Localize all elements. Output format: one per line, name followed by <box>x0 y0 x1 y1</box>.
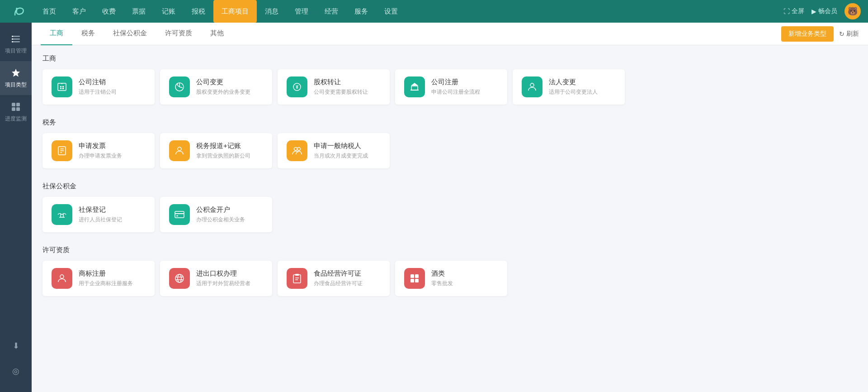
main-layout: 项目管理 项目类型 进度监测 ⬇ <box>0 23 868 392</box>
service-card-0-2[interactable]: ¥股权转让公司变更需要股权转让 <box>278 69 390 105</box>
tab-item-0[interactable]: 工商 <box>41 23 72 45</box>
service-name-2-0: 社保登记 <box>79 206 122 214</box>
new-type-button[interactable]: 新增业务类型 <box>781 26 834 42</box>
service-card-0-3[interactable]: 公司注册申请公司注册全流程 <box>395 69 507 105</box>
service-info-0-3: 公司注册申请公司注册全流程 <box>431 78 480 96</box>
service-card-1-0[interactable]: 申请发票办理申请发票业务 <box>42 133 155 168</box>
service-desc-0-0: 适用于注销公司 <box>79 88 117 96</box>
vip-label: 畅会员 <box>818 7 837 15</box>
service-icon-2-0 <box>52 204 72 225</box>
svg-rect-47 <box>410 279 414 282</box>
section-title-1: 税务 <box>42 118 857 127</box>
top-nav-item-8[interactable]: 管理 <box>287 0 316 23</box>
service-name-1-0: 申请发票 <box>79 142 122 150</box>
service-card-1-2[interactable]: 申请一般纳税人当月或次月成变更完成 <box>278 133 390 168</box>
service-card-2-1[interactable]: 公积金开户办理公积金相关业务 <box>160 197 272 232</box>
sidebar-item-project-management[interactable]: 项目管理 <box>0 27 32 61</box>
top-nav-item-3[interactable]: 票据 <box>124 0 154 23</box>
service-card-2-0[interactable]: 社保登记进行人员社保登记 <box>42 197 155 232</box>
service-info-3-3: 酒类零售批发 <box>431 269 453 287</box>
svg-point-0 <box>16 8 18 10</box>
top-nav-item-11[interactable]: 设置 <box>376 0 406 23</box>
section-title-2: 社保公积金 <box>42 182 857 191</box>
svg-rect-35 <box>176 215 178 216</box>
top-nav-item-1[interactable]: 客户 <box>64 0 94 23</box>
svg-rect-16 <box>62 88 64 89</box>
service-icon-0-3 <box>404 76 425 97</box>
service-icon-0-1 <box>169 76 190 97</box>
vip-button[interactable]: ▶ 畅会员 <box>811 7 837 15</box>
sidebar-item-progress-monitor[interactable]: 进度监测 <box>0 95 32 129</box>
svg-rect-4 <box>12 36 13 37</box>
service-card-0-0[interactable]: 公司注销适用于注销公司 <box>42 69 155 105</box>
svg-rect-10 <box>12 107 15 111</box>
content-area: 工商税务社保公积金许可资质其他 新增业务类型 ↻ 刷新 工商公司注销适用于注销公… <box>32 23 868 392</box>
svg-point-36 <box>60 275 64 278</box>
top-nav-item-0[interactable]: 首页 <box>34 0 64 23</box>
service-desc-3-0: 用于企业商标注册服务 <box>79 280 133 287</box>
service-card-0-4[interactable]: 法人变更适用于公司变更法人 <box>513 69 625 105</box>
service-card-0-1[interactable]: 公司变更股权变更外的业务变更 <box>160 69 272 105</box>
service-icon-0-2: ¥ <box>287 76 307 97</box>
tab-item-2[interactable]: 社保公积金 <box>104 23 156 45</box>
top-nav-item-7[interactable]: 消息 <box>257 0 287 23</box>
tab-item-3[interactable]: 许可资质 <box>156 23 201 45</box>
service-desc-3-3: 零售批发 <box>431 280 453 287</box>
section-title-0: 工商 <box>42 54 857 63</box>
svg-rect-6 <box>12 41 13 43</box>
service-name-2-1: 公积金开户 <box>196 206 245 214</box>
refresh-icon: ↻ <box>839 30 844 38</box>
service-info-2-1: 公积金开户办理公积金相关业务 <box>196 206 245 224</box>
top-nav-item-4[interactable]: 记账 <box>154 0 184 23</box>
refresh-button[interactable]: ↻ 刷新 <box>839 30 859 38</box>
service-name-1-2: 申请一般纳税人 <box>314 142 368 150</box>
sidebar-download-button[interactable]: ⬇ <box>0 334 32 358</box>
user-avatar[interactable]: 🐻 <box>844 3 861 19</box>
top-nav-item-6[interactable]: 工商项目 <box>213 0 257 23</box>
svg-rect-24 <box>410 90 419 91</box>
service-desc-1-2: 当月或次月成变更完成 <box>314 152 368 160</box>
top-nav-item-2[interactable]: 收费 <box>94 0 124 23</box>
top-navigation: 首页客户收费票据记账报税工商项目消息管理经营服务设置 ⛶ 全屏 ▶ 畅会员 🐻 <box>0 0 868 23</box>
top-nav-item-10[interactable]: 服务 <box>346 0 376 23</box>
tab-item-1[interactable]: 税务 <box>72 23 104 45</box>
section-1: 税务申请发票办理申请发票业务税务报道+记账拿到营业执照的新公司申请一般纳税人当月… <box>42 118 857 168</box>
svg-rect-46 <box>415 274 419 278</box>
service-info-0-4: 法人变更适用于公司变更法人 <box>549 78 598 96</box>
tab-item-4[interactable]: 其他 <box>201 23 233 45</box>
sidebar-item-project-type[interactable]: 项目类型 <box>0 61 32 95</box>
service-desc-0-4: 适用于公司变更法人 <box>549 88 598 96</box>
service-icon-3-3 <box>404 268 425 289</box>
service-desc-0-2: 公司变更需要股权转让 <box>314 88 368 96</box>
service-card-1-1[interactable]: 税务报道+记账拿到营业执照的新公司 <box>160 133 272 168</box>
service-card-3-1[interactable]: 进出口权办理适用于对外贸易经营者 <box>160 261 272 296</box>
service-card-3-0[interactable]: 商标注册用于企业商标注册服务 <box>42 261 155 296</box>
fullscreen-button[interactable]: ⛶ 全屏 <box>783 7 804 15</box>
service-icon-3-2 <box>287 268 307 289</box>
service-desc-2-0: 进行人员社保登记 <box>79 216 122 224</box>
service-card-3-3[interactable]: 酒类零售批发 <box>395 261 507 296</box>
sidebar-bottom: ⬇ ◎ <box>0 334 32 392</box>
service-desc-0-3: 申请公司注册全流程 <box>431 88 480 96</box>
service-info-3-0: 商标注册用于企业商标注册服务 <box>79 269 133 287</box>
service-icon-0-4 <box>522 76 542 97</box>
cards-grid-2: 社保登记进行人员社保登记公积金开户办理公积金相关业务 <box>42 197 857 232</box>
service-card-3-2[interactable]: 食品经营许可证办理食品经营许可证 <box>278 261 390 296</box>
service-name-3-0: 商标注册 <box>79 269 133 278</box>
service-name-3-1: 进出口权办理 <box>196 269 250 278</box>
svg-point-32 <box>297 148 301 151</box>
cards-grid-1: 申请发票办理申请发票业务税务报道+记账拿到营业执照的新公司申请一般纳税人当月或次… <box>42 133 857 168</box>
svg-rect-11 <box>16 107 20 111</box>
sidebar-location-button[interactable]: ◎ <box>0 359 32 383</box>
top-nav-item-9[interactable]: 经营 <box>316 0 346 23</box>
svg-line-20 <box>179 87 183 88</box>
top-nav-item-5[interactable]: 报税 <box>184 0 213 23</box>
top-right-actions: ⛶ 全屏 ▶ 畅会员 🐻 <box>783 3 861 19</box>
sidebar-label-project-management: 项目管理 <box>5 47 27 55</box>
svg-point-31 <box>294 148 297 151</box>
logo[interactable] <box>7 0 30 23</box>
svg-point-37 <box>175 274 184 282</box>
service-info-0-1: 公司变更股权变更外的业务变更 <box>196 78 250 96</box>
service-name-0-0: 公司注销 <box>79 78 117 86</box>
fullscreen-label: 全屏 <box>792 7 804 15</box>
